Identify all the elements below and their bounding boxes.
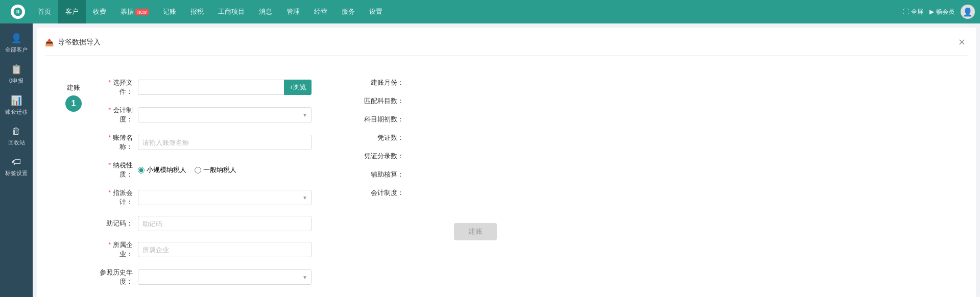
- assign-accountant-row: * 指派会计： ▼: [97, 188, 312, 207]
- step-circle: 1: [65, 95, 82, 112]
- logo-area[interactable]: [5, 5, 31, 19]
- all-customers-icon: 👤: [11, 33, 22, 44]
- tax-nature-label: * 纳税性质：: [97, 161, 138, 179]
- tag-icon: 🏷: [12, 157, 21, 167]
- assign-accountant-label: * 指派会计：: [97, 188, 138, 207]
- invoice-badge: new: [135, 9, 149, 15]
- file-input[interactable]: [138, 80, 284, 95]
- memo-input[interactable]: [138, 216, 312, 231]
- tax-general[interactable]: 一般纳税人: [195, 165, 236, 175]
- auxiliary-label: 辅助核算：: [363, 170, 409, 179]
- fullscreen-btn[interactable]: ⛶ 全屏: [903, 8, 923, 16]
- sidebar-item-account-migration[interactable]: 📊 账套迁移: [0, 91, 33, 120]
- top-nav: 首页 客户 收费 票据 new 记账 报税 工商项目 消息 管理 经营 服务 设…: [0, 0, 980, 23]
- tax-small-scale[interactable]: 小规模纳税人: [138, 165, 186, 175]
- browse-button[interactable]: +浏览: [284, 80, 312, 95]
- history-year-select[interactable]: [138, 269, 312, 285]
- tax-nature-group: 小规模纳税人 一般纳税人: [138, 165, 312, 175]
- sidebar-item-declaration[interactable]: 📋 0申报: [0, 60, 33, 89]
- nav-item-business[interactable]: 经营: [307, 0, 334, 23]
- assign-accountant-select[interactable]: [138, 190, 312, 205]
- voucher-label: 凭证数：: [363, 133, 409, 142]
- tax-small-radio[interactable]: [138, 167, 145, 174]
- layout: 👤 全部客户 📋 0申报 📊 账套迁移 🗑 回收站 🏷 标签设置 📤 导爷: [0, 23, 980, 297]
- match-subjects-field: 匹配科目数：: [363, 96, 537, 106]
- accounting-system2-label: 会计制度：: [363, 188, 409, 197]
- build-month-field: 建账月份：: [363, 78, 537, 87]
- nav-item-fee[interactable]: 收费: [86, 0, 113, 23]
- history-year-select-wrapper: ▼: [138, 269, 312, 285]
- main-content: 📤 导爷数据导入 ✕ 建账 1 * 选择文件：: [33, 23, 980, 297]
- nav-right: ⛶ 全屏 ▶ 畅会员 👤: [903, 5, 975, 19]
- history-year-label: 参照历史年度：: [97, 268, 138, 286]
- accounting-system-row: * 会计制度： ▼: [97, 106, 312, 124]
- nav-item-customer[interactable]: 客户: [58, 0, 86, 23]
- file-input-group: +浏览: [138, 80, 312, 95]
- page-body: 📤 导爷数据导入 ✕ 建账 1 * 选择文件：: [37, 28, 976, 297]
- nav-item-invoice[interactable]: 票据 new: [113, 0, 156, 23]
- nav-item-account[interactable]: 记账: [156, 0, 183, 23]
- affiliated-company-label: * 所属企业：: [97, 240, 138, 259]
- close-button[interactable]: ✕: [956, 36, 968, 49]
- page-title-area: 📤 导爷数据导入: [45, 38, 101, 47]
- recycle-icon: 🗑: [12, 126, 21, 137]
- sidebar-item-all-customers[interactable]: 👤 全部客户: [0, 29, 33, 58]
- build-month-label: 建账月份：: [363, 78, 409, 87]
- nav-item-home[interactable]: 首页: [31, 0, 58, 23]
- ledger-name-label: * 账簿名称：: [97, 133, 138, 152]
- logo-icon: [11, 5, 25, 19]
- affiliated-company-input[interactable]: [138, 242, 312, 257]
- nav-item-message[interactable]: 消息: [252, 0, 279, 23]
- voucher-entries-label: 凭证分录数：: [363, 152, 409, 161]
- voucher-entries-field: 凭证分录数：: [363, 152, 537, 161]
- sidebar-item-recycle[interactable]: 🗑 回收站: [0, 122, 33, 151]
- sidebar: 👤 全部客户 📋 0申报 📊 账套迁移 🗑 回收站 🏷 标签设置: [0, 23, 33, 297]
- accounting-system-select[interactable]: [138, 107, 312, 122]
- nav-item-settings[interactable]: 设置: [362, 0, 390, 23]
- nav-item-manage[interactable]: 管理: [279, 0, 307, 23]
- fullscreen-icon: ⛶: [903, 8, 909, 15]
- step-label: 建账: [67, 83, 80, 92]
- history-year-row: 参照历史年度： ▼: [97, 268, 312, 286]
- ledger-name-input[interactable]: [138, 135, 312, 150]
- memo-label: 助记码：: [97, 219, 138, 228]
- page-header: 📤 导爷数据导入 ✕: [45, 36, 968, 56]
- memo-row: 助记码：: [97, 216, 312, 231]
- match-subjects-label: 匹配科目数：: [363, 96, 409, 106]
- auxiliary-field: 辅助核算：: [363, 170, 537, 179]
- assign-accountant-select-wrapper: ▼: [138, 190, 312, 205]
- declaration-icon: 📋: [11, 64, 22, 75]
- tax-nature-row: * 纳税性质： 小规模纳税人 一般纳税人: [97, 161, 312, 179]
- form-left: * 选择文件： +浏览 * 会计制度：: [97, 78, 312, 295]
- nav-items: 首页 客户 收费 票据 new 记账 报税 工商项目 消息 管理 经营 服务 设…: [31, 0, 903, 23]
- nav-item-industrial[interactable]: 工商项目: [211, 0, 252, 23]
- avatar[interactable]: 👤: [961, 5, 975, 19]
- nav-item-service[interactable]: 服务: [334, 0, 362, 23]
- page-title: 导爷数据导入: [58, 38, 101, 47]
- vertical-divider: [322, 78, 322, 295]
- voucher-field: 凭证数：: [363, 133, 537, 142]
- accounting-system-label: * 会计制度：: [97, 106, 138, 124]
- migration-icon: 📊: [11, 95, 22, 106]
- file-row: * 选择文件： +浏览: [97, 78, 312, 96]
- member-btn[interactable]: ▶ 畅会员: [929, 8, 954, 16]
- build-account-button[interactable]: 建账: [454, 223, 497, 240]
- title-icon: 📤: [45, 38, 54, 46]
- accounting-system-select-wrapper: ▼: [138, 107, 312, 122]
- period-init-label: 科目期初数：: [363, 115, 409, 124]
- form-right: 建账月份： 匹配科目数： 科目期初数： 凭证数：: [332, 78, 537, 295]
- sidebar-item-tag-settings[interactable]: 🏷 标签设置: [0, 153, 33, 181]
- affiliated-company-row: * 所属企业：: [97, 240, 312, 259]
- accounting-system2-field: 会计制度：: [363, 188, 537, 197]
- tax-general-radio[interactable]: [195, 167, 201, 174]
- play-icon: ▶: [929, 8, 934, 15]
- nav-item-tax[interactable]: 报税: [183, 0, 211, 23]
- file-label: * 选择文件：: [97, 78, 138, 96]
- form-container: 建账 1 * 选择文件： +浏览: [45, 68, 968, 297]
- period-init-field: 科目期初数：: [363, 115, 537, 124]
- step-indicator: 建账 1: [65, 78, 82, 295]
- ledger-name-row: * 账簿名称：: [97, 133, 312, 152]
